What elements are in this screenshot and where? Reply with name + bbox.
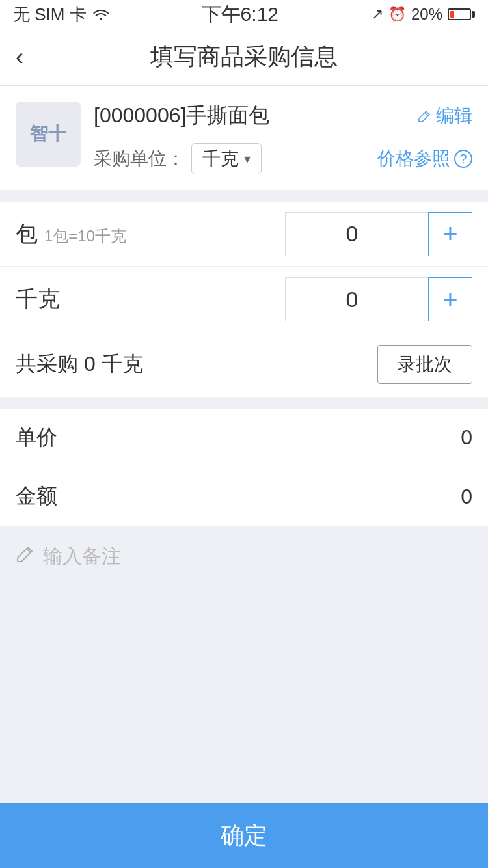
kg-quantity-input[interactable] [285,277,428,321]
section-divider-2 [0,398,488,409]
bag-input-row: 包 1包=10千克 + [0,202,488,267]
product-name: [0000006]手撕面包 [94,102,269,130]
kg-label-text: 千克 [16,284,60,314]
unit-label: 采购单位： [94,146,185,171]
edit-label: 编辑 [436,103,472,128]
battery-percent: 20% [411,5,442,23]
kg-plus-button[interactable]: + [428,277,472,321]
remark-section[interactable]: 输入备注 [0,527,488,586]
bag-input-right: + [285,212,472,256]
product-card: 智十 [0000006]手撕面包 编辑 采购单位： 千克 ▾ 价格参照 [0,86,488,190]
product-image: 智十 [16,102,81,167]
confirm-button-label: 确定 [221,820,267,852]
location-icon: ↗ [372,6,383,23]
section-divider-1 [0,191,488,202]
back-button[interactable]: ‹ [16,44,23,71]
status-bar: 无 SIM 卡 下午6:12 ↗ ⏰ 20% [0,0,488,29]
summary-section: 共采购 0 千克 录批次 [0,332,488,397]
unit-price-value: 0 [461,426,472,450]
remark-placeholder: 输入备注 [43,543,121,570]
pencil-icon [16,545,34,568]
amount-value: 0 [461,485,472,509]
kg-label: 千克 [16,284,60,314]
status-left: 无 SIM 卡 [13,3,109,26]
bag-quantity-input[interactable] [285,212,428,256]
kg-input-right: + [285,277,472,321]
kg-input-row: 千克 + [0,267,488,332]
carrier-text: 无 SIM 卡 [13,3,87,26]
amount-label: 金额 [16,482,57,511]
price-ref-label: 价格参照 [377,146,450,171]
product-name-row: [0000006]手撕面包 编辑 [94,102,472,130]
content-spacer [0,586,488,833]
bag-plus-button[interactable]: + [428,212,472,256]
price-ref-button[interactable]: 价格参照 ? [377,146,472,171]
wifi-icon [93,5,109,25]
batch-button[interactable]: 录批次 [377,345,472,384]
unit-select[interactable]: 千克 ▾ [191,143,262,174]
unit-dropdown-icon: ▾ [244,151,251,167]
confirm-button[interactable]: 确定 [0,803,488,868]
status-time: 下午6:12 [202,1,278,28]
bag-sublabel: 1包=10千克 [44,226,126,247]
bag-label: 包 1包=10千克 [16,219,126,249]
edit-button[interactable]: 编辑 [418,103,472,128]
status-right: ↗ ⏰ 20% [372,5,475,23]
bag-label-text: 包 [16,219,38,249]
alarm-icon: ⏰ [388,6,406,23]
unit-price-row: 单价 0 [0,409,488,467]
page-title: 填写商品采购信息 [150,41,338,73]
unit-price-label: 单价 [16,424,57,452]
price-info-section: 单价 0 金额 0 [0,409,488,526]
product-image-placeholder: 智十 [30,123,66,145]
unit-row: 采购单位： 千克 ▾ 价格参照 ? [94,143,472,174]
battery-icon [448,8,475,20]
product-info: [0000006]手撕面包 编辑 采购单位： 千克 ▾ 价格参照 ? [94,102,472,174]
input-section: 包 1包=10千克 + 千克 + [0,202,488,332]
amount-row: 金额 0 [0,467,488,526]
info-icon: ? [454,150,472,168]
nav-bar: ‹ 填写商品采购信息 [0,29,488,86]
summary-text: 共采购 0 千克 [16,350,143,379]
unit-value: 千克 [202,146,239,171]
